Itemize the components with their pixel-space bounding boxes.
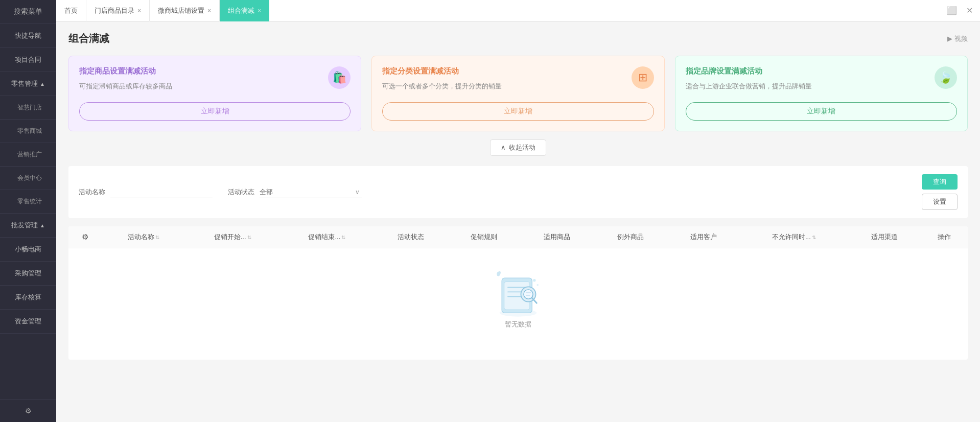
svg-point-12 <box>536 284 539 286</box>
th-operations: 操作 <box>921 226 968 248</box>
sidebar-item-marketing[interactable]: 营销推广 <box>0 143 56 167</box>
sidebar-item-fund-mgmt[interactable]: 资金管理 <box>0 310 56 334</box>
card-btn-by-goods[interactable]: 立即新增 <box>79 102 351 121</box>
sidebar-item-inventory-calc[interactable]: 库存核算 <box>0 286 56 310</box>
page-title: 组合满减 <box>68 32 109 45</box>
filter-activity-name: 活动名称 <box>79 186 213 198</box>
window-controls: ⬜ ✕ <box>945 4 980 17</box>
tab-home[interactable]: 首页 <box>56 0 86 21</box>
sort-icon-promo_end: ⇅ <box>341 235 345 240</box>
collapse-bar: ∧ 收起活动 <box>68 139 968 156</box>
gear-icon[interactable]: ⚙ <box>82 232 88 241</box>
svg-point-11 <box>533 279 535 282</box>
activity-name-label: 活动名称 <box>79 187 105 197</box>
tab-wechat-store-settings[interactable]: 微商城店铺设置× <box>150 0 220 21</box>
th-excluded_goods: 例外商品 <box>594 226 667 248</box>
activity-name-input[interactable] <box>110 186 213 198</box>
card-btn-by-category[interactable]: 立即新增 <box>382 102 654 121</box>
card-icon-by-goods: 🛍️ <box>328 66 351 89</box>
tab-label: 微商城店铺设置 <box>158 6 204 15</box>
th-settings[interactable]: ⚙ <box>68 226 102 248</box>
card-title-by-category: 指定分类设置满减活动 <box>382 66 654 76</box>
filter-actions: 查询 设置 <box>922 174 958 210</box>
page-content: 组合满减 ▶ 视频 🛍️指定商品设置满减活动可指定滞销商品或库存较多商品立即新增… <box>56 21 980 422</box>
filter-bar: 活动名称 活动状态 全部进行中未开始已结束 ∨ 查询 设置 <box>68 166 968 218</box>
empty-text: 暂无数据 <box>505 320 531 329</box>
play-icon: ▶ <box>947 35 952 42</box>
th-promo_start[interactable]: 促销开始...⇅ <box>185 226 280 248</box>
tab-close-icon[interactable]: × <box>137 7 141 14</box>
th-promo_rule: 促销规则 <box>448 226 521 248</box>
card-title-by-brand: 指定品牌设置满减活动 <box>686 66 957 76</box>
sidebar-search[interactable]: 搜索菜单 <box>0 0 56 24</box>
sidebar-item-retail-mgmt[interactable]: 零售管理 ▲ <box>0 72 56 96</box>
table-container: ⚙活动名称⇅促销开始...⇅促销结束...⇅活动状态促销规则适用商品例外商品适用… <box>68 226 968 360</box>
tab-bar: 首页门店商品目录×微商城店铺设置×组合满减× ⬜ ✕ <box>56 0 980 21</box>
th-activity_status: 活动状态 <box>374 226 447 248</box>
gear-icon: ⚙ <box>25 407 32 415</box>
card-desc-by-goods: 可指定滞销商品或库存较多商品 <box>79 81 351 92</box>
tab-close-icon[interactable]: × <box>207 7 211 14</box>
maximize-button[interactable]: ⬜ <box>945 4 959 17</box>
activity-cards: 🛍️指定商品设置满减活动可指定滞销商品或库存较多商品立即新增⊞指定分类设置满减活… <box>68 56 968 131</box>
th-activity_name[interactable]: 活动名称⇅ <box>102 226 185 248</box>
sort-icon-not_allow_concurrent: ⇅ <box>812 235 816 240</box>
chevron-icon: ▲ <box>40 81 45 87</box>
sidebar-item-quick-nav[interactable]: 快捷导航 <box>0 24 56 48</box>
query-button[interactable]: 查询 <box>922 174 958 190</box>
main-area: 首页门店商品目录×微商城店铺设置×组合满减× ⬜ ✕ 组合满减 ▶ 视频 🛍️指… <box>56 0 980 422</box>
page-header: 组合满减 ▶ 视频 <box>68 32 968 45</box>
th-applicable_goods: 适用商品 <box>521 226 594 248</box>
card-desc-by-brand: 适合与上游企业联合做营销，提升品牌销量 <box>686 81 957 92</box>
video-link[interactable]: ▶ 视频 <box>947 34 968 43</box>
th-label-promo_start: 促销开始... <box>214 233 246 241</box>
card-icon-by-brand: 🍃 <box>935 66 957 89</box>
card-btn-by-brand[interactable]: 立即新增 <box>686 102 957 121</box>
collapse-label: 收起活动 <box>509 143 535 152</box>
tab-combo-discount[interactable]: 组合满减× <box>220 0 269 21</box>
card-icon-by-category: ⊞ <box>632 66 654 89</box>
tab-label: 首页 <box>64 6 78 15</box>
card-desc-by-category: 可选一个或者多个分类，提升分类的销量 <box>382 81 654 92</box>
sidebar-item-retail-stats[interactable]: 零售统计 <box>0 190 56 214</box>
close-button[interactable]: ✕ <box>964 4 975 17</box>
data-table: ⚙活动名称⇅促销开始...⇅促销结束...⇅活动状态促销规则适用商品例外商品适用… <box>68 226 968 248</box>
sidebar-item-project-contract[interactable]: 项目合同 <box>0 48 56 72</box>
th-label-promo_end: 促销结束... <box>308 233 340 241</box>
status-select-wrapper: 全部进行中未开始已结束 ∨ <box>260 186 362 198</box>
sidebar-item-wholesale-mgmt[interactable]: 批发管理 ▲ <box>0 214 56 238</box>
sort-icon-promo_start: ⇅ <box>247 235 251 240</box>
activity-status-label: 活动状态 <box>228 187 254 197</box>
tab-close-icon[interactable]: × <box>258 7 261 14</box>
activity-card-by-category: ⊞指定分类设置满减活动可选一个或者多个分类，提升分类的销量立即新增 <box>371 56 664 131</box>
collapse-icon: ∧ <box>501 144 506 151</box>
empty-state: 暂无数据 <box>68 248 968 360</box>
collapse-button[interactable]: ∧ 收起活动 <box>490 139 546 156</box>
sidebar-item-xiaochangec[interactable]: 小畅电商 <box>0 238 56 262</box>
th-not_allow_concurrent[interactable]: 不允许同时...⇅ <box>740 226 848 248</box>
th-promo_end[interactable]: 促销结束...⇅ <box>280 226 375 248</box>
sidebar-item-member-center[interactable]: 会员中心 <box>0 167 56 190</box>
tab-label: 门店商品目录 <box>95 6 134 15</box>
sidebar-item-retail-mall[interactable]: 零售商城 <box>0 120 56 143</box>
activity-status-select[interactable]: 全部进行中未开始已结束 <box>260 186 362 198</box>
sidebar: 搜索菜单 快捷导航项目合同零售管理 ▲智慧门店零售商城营销推广会员中心零售统计批… <box>0 0 56 422</box>
settings-button[interactable]: 设置 <box>922 194 958 210</box>
chevron-icon: ▲ <box>40 223 45 228</box>
th-label-not_allow_concurrent: 不允许同时... <box>772 233 811 241</box>
video-label: 视频 <box>954 34 968 43</box>
tab-store-catalog[interactable]: 门店商品目录× <box>86 0 150 21</box>
empty-illustration <box>490 269 546 320</box>
sidebar-settings-btn[interactable]: ⚙ <box>0 399 56 422</box>
sort-icon-activity_name: ⇅ <box>155 235 159 240</box>
sidebar-item-purchase-mgmt[interactable]: 采购管理 <box>0 262 56 286</box>
filter-activity-status: 活动状态 全部进行中未开始已结束 ∨ <box>228 186 362 198</box>
th-applicable_channel: 适用渠道 <box>848 226 921 248</box>
activity-card-by-brand: 🍃指定品牌设置满减活动适合与上游企业联合做营销，提升品牌销量立即新增 <box>675 56 968 131</box>
card-title-by-goods: 指定商品设置满减活动 <box>79 66 351 76</box>
sidebar-item-smart-store[interactable]: 智慧门店 <box>0 96 56 120</box>
tab-label: 组合满减 <box>228 6 254 15</box>
activity-card-by-goods: 🛍️指定商品设置满减活动可指定滞销商品或库存较多商品立即新增 <box>68 56 361 131</box>
th-label-activity_name: 活动名称 <box>128 233 154 241</box>
th-applicable_customers: 适用客户 <box>667 226 740 248</box>
